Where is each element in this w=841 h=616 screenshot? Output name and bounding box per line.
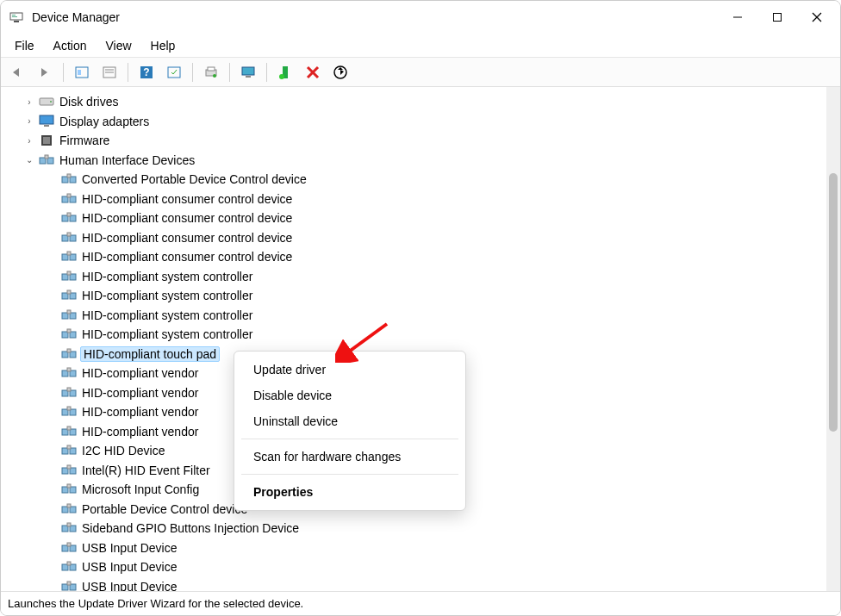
svg-rect-40 [67,194,71,197]
titlebar: Device Manager [1,1,840,34]
display-icon [39,114,54,129]
svg-rect-1 [14,21,19,22]
svg-rect-9 [78,70,81,75]
toolbar: ? [1,58,840,87]
tree-device-item[interactable]: HID-compliant consumer control device [13,208,826,228]
context-menu-item[interactable]: Properties [234,479,465,505]
tree-device-item[interactable]: HID-compliant system controller [13,286,826,306]
tree-device-item[interactable]: Converted Portable Device Control device [13,170,826,190]
tree-category[interactable]: ›Firmware [13,131,826,151]
tree-device-item[interactable]: USB Input Device [13,557,826,577]
svg-rect-2 [12,15,16,16]
device-label: HID-compliant system controller [80,289,254,302]
tree-category[interactable]: ›Disk drives [13,92,826,112]
chevron-right-icon[interactable]: › [23,116,35,126]
tree-device-item[interactable]: HID-compliant consumer control device [13,247,826,267]
device-label: Converted Portable Device Control device [80,172,308,186]
menu-action[interactable]: Action [45,35,96,56]
menu-help[interactable]: Help [142,35,184,56]
scan-button[interactable] [163,61,185,84]
statusbar-text: Launches the Update Driver Wizard for th… [8,597,303,610]
scrollbar-thumb[interactable] [829,173,838,432]
help-toolbar-button[interactable]: ? [135,61,158,84]
svg-rect-73 [67,407,71,410]
forward-button[interactable] [34,61,56,84]
svg-rect-58 [67,310,71,314]
device-label: Intel(R) HID Event Filter [80,464,212,477]
device-label: Microsoft Input Config [80,482,201,496]
tree-device-item[interactable]: HID-compliant system controller [13,306,826,326]
print-button[interactable] [200,61,222,84]
statusbar: Launches the Update Driver Wizard for th… [1,591,840,615]
hid-device-icon [61,501,77,517]
tree-device-item[interactable]: HID-compliant system controller [13,267,826,287]
svg-rect-3 [12,16,17,17]
hid-device-icon [61,249,77,264]
tree-device-item[interactable]: USB Input Device [13,577,826,592]
hid-device-icon [61,230,77,246]
context-menu-item[interactable]: Disable device [234,383,465,408]
svg-point-27 [50,101,52,103]
svg-rect-70 [67,388,71,391]
tree-device-item[interactable]: HID-compliant consumer control device [13,228,826,248]
context-menu-item[interactable]: Uninstall device [234,408,465,434]
context-menu-item[interactable]: Scan for hardware changes [234,444,465,470]
remove-button[interactable] [302,61,324,84]
tree-category[interactable]: ⌄Human Interface Devices [13,151,826,171]
context-menu: Update driverDisable deviceUninstall dev… [234,351,466,511]
tree-device-item[interactable]: Sideband GPIO Buttons Injection Device [13,519,826,538]
chevron-right-icon[interactable]: › [23,97,35,107]
menu-view[interactable]: View [97,35,140,56]
tree-device-item[interactable]: HID-compliant consumer control device [13,190,826,209]
app-icon [9,10,23,24]
device-label: HID-compliant consumer control device [80,192,294,206]
svg-rect-46 [67,233,71,236]
svg-rect-19 [242,67,254,75]
svg-rect-67 [67,368,71,371]
menu-file[interactable]: File [6,35,43,56]
hid-device-icon [61,540,77,556]
context-menu-separator [241,439,458,439]
device-label: HID-compliant vendor [80,405,200,419]
device-label: HID-compliant touch pad [80,346,220,362]
svg-rect-94 [67,543,71,546]
chevron-right-icon[interactable]: › [23,136,35,146]
properties-toolbar-button[interactable] [98,61,121,84]
svg-rect-17 [208,67,215,71]
minimize-button[interactable] [718,1,757,34]
maximize-button[interactable] [757,1,797,34]
svg-rect-61 [67,329,71,333]
device-label: HID-compliant vendor [80,425,200,439]
hid-device-icon [61,346,77,362]
svg-rect-100 [67,582,71,585]
close-button[interactable] [797,1,837,34]
chevron-down-icon[interactable]: ⌄ [23,155,35,165]
tree-device-item[interactable]: USB Input Device [13,538,826,558]
device-label: HID-compliant consumer control device [80,250,294,264]
svg-rect-52 [67,271,71,275]
device-label: USB Input Device [80,580,179,591]
hid-device-icon [61,520,77,536]
monitor-button[interactable] [237,61,259,84]
context-menu-item[interactable]: Update driver [234,357,465,383]
svg-line-6 [813,13,821,22]
show-hidden-button[interactable] [71,61,93,84]
svg-rect-37 [67,174,71,177]
hid-device-icon [61,269,77,284]
vertical-scrollbar[interactable] [826,87,840,591]
svg-rect-91 [67,523,71,526]
hid-device-icon [61,482,77,497]
device-tree[interactable]: ›Disk drives›Display adapters›Firmware⌄H… [1,87,826,591]
hid-device-icon [61,404,77,420]
back-button[interactable] [6,61,28,84]
device-label: I2C HID Device [80,444,166,457]
device-label: USB Input Device [80,560,179,574]
menubar: File Action View Help [1,34,840,58]
tree-category[interactable]: ›Display adapters [13,112,826,132]
category-label: Human Interface Devices [58,153,196,167]
content-area: ›Disk drives›Display adapters›Firmware⌄H… [1,87,840,591]
add-driver-button[interactable] [274,61,296,84]
update-button[interactable] [329,61,352,84]
tree-device-item[interactable]: HID-compliant system controller [13,325,826,345]
svg-rect-85 [67,484,71,488]
